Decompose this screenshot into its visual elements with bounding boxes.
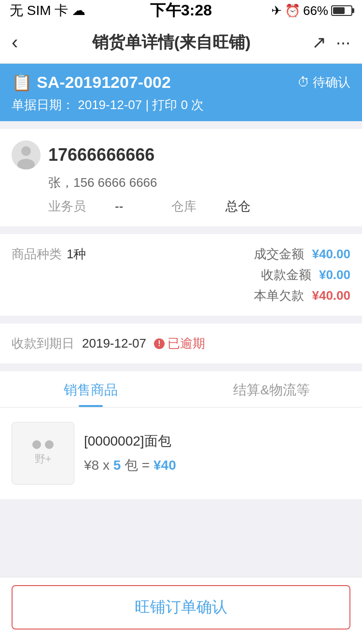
salesperson-value: -- [115, 199, 123, 214]
owed-row: 本单欠款 ¥40.00 [254, 287, 350, 304]
battery-percent: 66% [303, 3, 328, 18]
warehouse-label: 仓库 [171, 198, 196, 215]
product-total: ¥40 [153, 458, 176, 473]
back-button[interactable]: ‹ [12, 31, 41, 53]
owed-label: 本单欠款 [254, 287, 304, 304]
product-item: 野+ [0000002]面包 ¥8 x 5 包 = ¥40 [12, 417, 350, 490]
product-type-value: 1种 [67, 246, 86, 263]
order-id-text: SA-20191207-002 [37, 73, 171, 92]
customer-meta: 业务员 -- 仓库 总仓 [48, 198, 350, 215]
due-date: 2019-12-07 [82, 336, 146, 351]
more-button[interactable]: ··· [336, 32, 350, 53]
summary-section: 商品种类 1种 成交金额 ¥40.00 收款金额 ¥0.00 本单欠款 ¥40.… [0, 234, 362, 316]
due-label: 收款到期日 [12, 335, 74, 352]
product-type-label: 商品种类 [12, 246, 62, 263]
confirm-button[interactable]: 旺铺订单确认 [12, 585, 350, 630]
tabs-row: 销售商品 结算&物流等 [0, 371, 362, 407]
status-left: 无 SIM 卡 ☁ [10, 1, 85, 20]
product-section: 野+ [0000002]面包 ¥8 x 5 包 = ¥40 [0, 407, 362, 499]
sim-status: 无 SIM 卡 ☁ [10, 1, 85, 20]
overdue-icon: ! [154, 338, 165, 349]
order-status-text: 待确认 [313, 74, 350, 91]
svg-point-1 [21, 146, 31, 156]
clock-icon: ⏱ [297, 75, 310, 90]
payment-label: 收款金额 [261, 266, 311, 283]
logo-plus: 野+ [35, 452, 52, 466]
payment-row: 收款金额 ¥0.00 [261, 266, 350, 283]
product-name: [0000002]面包 [84, 432, 350, 450]
transaction-row: 成交金额 ¥40.00 [254, 246, 350, 263]
transaction-value: ¥40.00 [312, 247, 350, 262]
order-icon: 📋 [12, 72, 32, 92]
order-banner: 📋 SA-20191207-002 ⏱ 待确认 单据日期： 2019-12-07… [0, 64, 362, 121]
due-section: 收款到期日 2019-12-07 ! 已逾期 [0, 323, 362, 364]
warehouse-value: 总仓 [225, 198, 251, 215]
battery-icon [331, 5, 352, 16]
order-status: ⏱ 待确认 [297, 74, 350, 91]
tab-settlement[interactable]: 结算&物流等 [181, 371, 362, 407]
product-info: [0000002]面包 ¥8 x 5 包 = ¥40 [84, 432, 350, 475]
overdue-badge: ! 已逾期 [154, 335, 205, 352]
page-title: 销货单详情(来自旺铺) [41, 31, 302, 54]
product-thumbnail: 野+ [12, 422, 74, 485]
share-button[interactable]: ↗ [312, 32, 326, 53]
owed-value: ¥40.00 [312, 288, 350, 303]
customer-section: 17666666666 张，156 6666 6666 业务员 -- 仓库 总仓 [0, 129, 362, 226]
overdue-text: 已逾期 [167, 335, 205, 352]
product-qty: 5 [113, 458, 121, 473]
payment-value: ¥0.00 [319, 267, 350, 282]
summary-right: 成交金额 ¥40.00 收款金额 ¥0.00 本单欠款 ¥40.00 [254, 246, 350, 304]
nav-actions: ↗ ··· [302, 32, 350, 53]
alarm-icon: ⏰ [285, 3, 300, 18]
salesperson-label: 业务员 [48, 198, 86, 215]
order-id: 📋 SA-20191207-002 [12, 72, 171, 92]
location-icon: ✈ [271, 3, 282, 18]
tab-products[interactable]: 销售商品 [0, 371, 181, 407]
order-date: 单据日期： 2019-12-07 | 打印 0 次 [12, 97, 350, 113]
tabs-section: 销售商品 结算&物流等 野+ [0000002]面包 [0, 371, 362, 499]
customer-phone: 17666666666 [48, 145, 154, 165]
status-bar: 无 SIM 卡 ☁ 下午3:28 ✈ ⏰ 66% [0, 0, 362, 21]
bottom-bar: 旺铺订单确认 [0, 577, 362, 644]
product-type-row: 商品种类 1种 [12, 246, 86, 263]
product-price: ¥8 x 5 包 = ¥40 [84, 456, 350, 475]
transaction-label: 成交金额 [254, 246, 304, 263]
avatar [12, 140, 41, 169]
summary-left: 商品种类 1种 [12, 246, 86, 263]
nav-bar: ‹ 销货单详情(来自旺铺) ↗ ··· [0, 21, 362, 64]
customer-name: 张，156 6666 6666 [48, 174, 350, 191]
status-right: ✈ ⏰ 66% [271, 3, 352, 18]
status-time: 下午3:28 [150, 0, 212, 21]
